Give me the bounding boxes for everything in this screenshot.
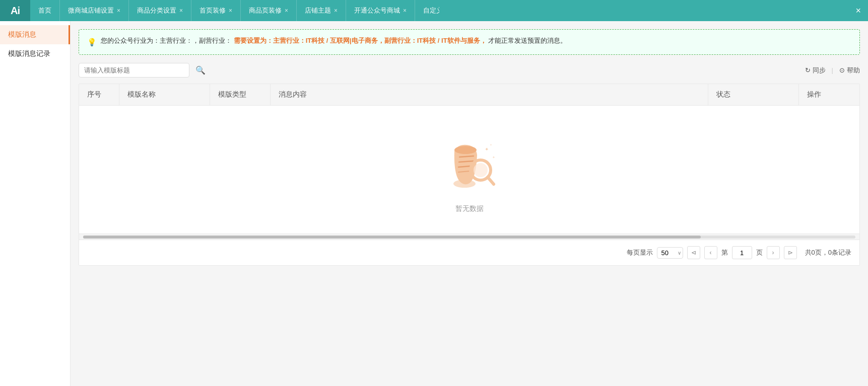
sync-icon: ↻ bbox=[805, 66, 811, 74]
tab-5[interactable]: 店铺主题× bbox=[297, 0, 346, 21]
prev-page-button[interactable]: ‹ bbox=[704, 246, 717, 259]
svg-point-7 bbox=[474, 163, 488, 177]
last-page-button[interactable]: ⊳ bbox=[784, 246, 797, 259]
tab-4[interactable]: 商品页装修× bbox=[241, 0, 297, 21]
table-header-cell-2: 模版类型 bbox=[210, 84, 271, 105]
svg-text:✦: ✦ bbox=[490, 143, 492, 146]
scrollbar-thumb bbox=[83, 236, 701, 239]
tab-label-1: 微商城店铺设置 bbox=[68, 6, 114, 15]
pagination: 每页显示 50 20 100 ⊲ ‹ 第 页 › ⊳ 共0页，0条记录 bbox=[79, 240, 859, 265]
page-size-select[interactable]: 50 20 100 bbox=[657, 247, 683, 259]
table-header: 序号模版名称模版类型消息内容状态操作 bbox=[79, 84, 859, 106]
tab-close-1[interactable]: × bbox=[117, 7, 120, 14]
sidebar-item-0[interactable]: 模版消息 bbox=[0, 25, 70, 44]
empty-text: 暂无数据 bbox=[455, 204, 484, 213]
table-header-cell-5: 操作 bbox=[799, 84, 859, 105]
help-button[interactable]: ⊙ 帮助 bbox=[839, 66, 860, 75]
tab-label-0: 首页 bbox=[38, 6, 51, 15]
sidebar-item-1[interactable]: 模版消息记录 bbox=[0, 44, 70, 63]
table-header-cell-0: 序号 bbox=[79, 84, 119, 105]
tab-label-3: 首页装修 bbox=[199, 6, 226, 15]
search-button[interactable]: 🔍 bbox=[193, 63, 208, 77]
scrollbar-track bbox=[83, 236, 855, 239]
tab-7[interactable]: 自定义菜单× bbox=[415, 0, 439, 21]
help-icon: ⊙ bbox=[839, 66, 845, 74]
search-left: 🔍 bbox=[79, 63, 208, 78]
tab-0[interactable]: 首页 bbox=[30, 0, 60, 21]
svg-point-1 bbox=[454, 146, 477, 154]
search-bar: 🔍 ↻ 同步 | ⊙ 帮助 bbox=[79, 63, 860, 78]
global-close-button[interactable]: × bbox=[849, 0, 869, 21]
tab-bar: Ai 首页微商城店铺设置×商品分类设置×首页装修×商品页装修×店铺主题×开通公众… bbox=[0, 0, 868, 21]
tab-label-4: 商品页装修 bbox=[249, 6, 282, 15]
notice-text: 您的公众号行业为：主营行业：，副营行业： 需要设置为：主营行业：IT科技 / 互… bbox=[101, 36, 851, 46]
search-input[interactable] bbox=[79, 63, 189, 78]
page-size-label: 每页显示 bbox=[627, 248, 653, 257]
tab-2[interactable]: 商品分类设置× bbox=[129, 0, 191, 21]
scrollbar-area[interactable] bbox=[79, 234, 859, 240]
notice-banner: 💡 您的公众号行业为：主营行业：，副营行业： 需要设置为：主营行业：IT科技 /… bbox=[79, 29, 860, 55]
tab-close-4[interactable]: × bbox=[285, 7, 288, 14]
logo: Ai bbox=[0, 0, 30, 21]
next-page-button[interactable]: › bbox=[767, 246, 780, 259]
table-header-cell-4: 状态 bbox=[708, 84, 799, 105]
search-right: ↻ 同步 | ⊙ 帮助 bbox=[805, 66, 860, 75]
tab-close-5[interactable]: × bbox=[334, 7, 338, 14]
page-label-suffix: 页 bbox=[756, 248, 763, 257]
tab-label-2: 商品分类设置 bbox=[137, 6, 176, 15]
table-header-cell-3: 消息内容 bbox=[271, 84, 708, 105]
notice-icon: 💡 bbox=[87, 36, 97, 48]
sidebar: 模版消息模版消息记录 bbox=[0, 21, 71, 386]
page-number-input[interactable] bbox=[732, 246, 752, 259]
main-layout: 模版消息模版消息记录 💡 您的公众号行业为：主营行业：，副营行业： 需要设置为：… bbox=[0, 21, 868, 386]
svg-line-8 bbox=[488, 177, 494, 184]
svg-text:✦: ✦ bbox=[485, 146, 489, 152]
total-info: 共0页，0条记录 bbox=[805, 248, 851, 257]
page-size-select-wrap: 50 20 100 bbox=[657, 247, 683, 259]
table-container: 序号模版名称模版类型消息内容状态操作 bbox=[79, 84, 860, 266]
page-label-prefix: 第 bbox=[721, 248, 728, 257]
tab-close-3[interactable]: × bbox=[229, 7, 232, 14]
tab-close-6[interactable]: × bbox=[403, 7, 407, 14]
empty-state: ✦ ✦ ✦ 暂无数据 bbox=[79, 106, 859, 234]
table-header-cell-1: 模版名称 bbox=[119, 84, 210, 105]
tab-label-5: 店铺主题 bbox=[305, 6, 331, 15]
tab-label-6: 开通公众号商城 bbox=[354, 6, 400, 15]
empty-icon: ✦ ✦ ✦ bbox=[439, 136, 500, 196]
tab-6[interactable]: 开通公众号商城× bbox=[346, 0, 415, 21]
divider: | bbox=[832, 66, 833, 74]
tab-1[interactable]: 微商城店铺设置× bbox=[60, 0, 129, 21]
svg-text:✦: ✦ bbox=[492, 156, 495, 159]
sync-button[interactable]: ↻ 同步 bbox=[805, 66, 826, 75]
first-page-button[interactable]: ⊲ bbox=[687, 246, 700, 259]
content-area: 💡 您的公众号行业为：主营行业：，副营行业： 需要设置为：主营行业：IT科技 /… bbox=[71, 21, 868, 386]
tab-label-7: 自定义菜单 bbox=[423, 6, 439, 15]
tab-close-2[interactable]: × bbox=[179, 7, 183, 14]
tab-3[interactable]: 首页装修× bbox=[191, 0, 241, 21]
